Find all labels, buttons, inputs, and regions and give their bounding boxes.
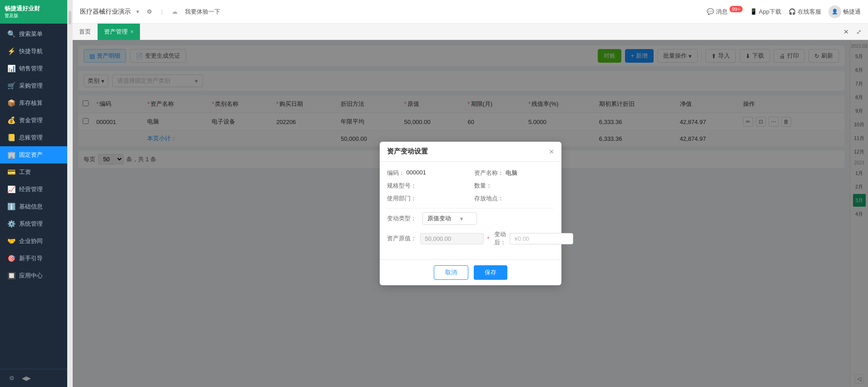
asset-name-label: 资产名称： bbox=[474, 169, 504, 177]
modal-divider bbox=[387, 208, 554, 208]
after-change-input[interactable] bbox=[510, 233, 573, 244]
sidebar-item-系统管理[interactable]: ⚙️系统管理 bbox=[0, 215, 67, 233]
location-label: 存放地点： bbox=[474, 194, 504, 203]
sidebar-icon: 🎯 bbox=[7, 254, 15, 263]
sidebar-icon: 💰 bbox=[7, 116, 15, 124]
sidebar-bottom: ⚙ ◀▶ bbox=[0, 369, 67, 387]
sidebar-item-应用中心[interactable]: 🔲应用中心 bbox=[0, 267, 67, 284]
sidebar-item-label: 经营管理 bbox=[19, 185, 43, 194]
logo: 畅捷通好业财 普及版 bbox=[0, 0, 67, 24]
sidebar-icon: 💳 bbox=[7, 168, 15, 176]
asset-value-row: 资产原值： * 变动后： bbox=[387, 230, 554, 247]
company-name: 医疗器械行业演示 bbox=[80, 8, 131, 16]
username: 畅捷通 bbox=[843, 8, 861, 16]
sidebar-item-label: 搜索菜单 bbox=[19, 30, 43, 38]
sidebar-item-label: 总账管理 bbox=[19, 134, 43, 142]
sidebar-item-基础信息[interactable]: ℹ️基础信息 bbox=[0, 198, 67, 215]
cancel-btn[interactable]: 取消 bbox=[434, 265, 468, 280]
service-icon: 🎧 bbox=[789, 8, 796, 15]
sidebar-icon: 📈 bbox=[7, 185, 15, 194]
sidebar-item-新手引导[interactable]: 🎯新手引导 bbox=[0, 250, 67, 267]
settings-gear-icon[interactable]: ⚙ bbox=[147, 8, 152, 15]
sidebar-icon: 📒 bbox=[7, 134, 15, 142]
app-download-label: App下载 bbox=[759, 8, 781, 16]
messages-label: 消息 bbox=[716, 8, 728, 16]
modal-code-field: 编码： 000001 bbox=[387, 169, 467, 177]
message-icon: 💬 bbox=[707, 8, 714, 15]
quantity-label: 数量： bbox=[474, 182, 492, 190]
user-menu[interactable]: 👤 畅捷通 bbox=[828, 5, 861, 18]
sidebar-item-label: 采购管理 bbox=[19, 82, 43, 90]
online-service-btn[interactable]: 🎧 在线客服 bbox=[789, 8, 821, 16]
edition-label: 普及版 bbox=[5, 13, 40, 19]
sidebar-item-资金管理[interactable]: 💰资金管理 bbox=[0, 112, 67, 129]
sidebar-item-总账管理[interactable]: 📒总账管理 bbox=[0, 129, 67, 146]
sidebar-item-label: 工资 bbox=[19, 168, 31, 176]
settings-icon[interactable]: ⚙ bbox=[7, 373, 16, 383]
sidebar-icon: ⚡ bbox=[7, 47, 15, 55]
tab-home[interactable]: 首页 bbox=[73, 24, 98, 40]
tabbar-right: ✕ ⤢ bbox=[841, 26, 868, 37]
sidebar-item-搜索菜单[interactable]: 🔍搜索菜单 bbox=[0, 25, 67, 43]
sidebar-icon: 📊 bbox=[7, 64, 15, 73]
sidebar-icon: 📦 bbox=[7, 99, 15, 107]
modal-quantity-field: 数量： bbox=[474, 182, 554, 190]
sidebar-item-快捷导航[interactable]: ⚡快捷导航 bbox=[0, 43, 67, 60]
change-type-select[interactable]: 原值变动 ▾ bbox=[422, 212, 477, 225]
sidebar-scrollbar bbox=[67, 0, 73, 387]
modal-overlay: 资产变动设置 × 编码： 000001 资产名称： 电脑 bbox=[73, 40, 868, 387]
main: 医疗器械行业演示 ▾ ⚙ | ☁ 我要体验一下 💬 消息 99+ 📱 App下载… bbox=[73, 0, 868, 387]
avatar: 👤 bbox=[828, 5, 841, 18]
company-dropdown-icon[interactable]: ▾ bbox=[136, 8, 139, 15]
sidebar: 畅捷通好业财 普及版 🔍搜索菜单⚡快捷导航📊销售管理🛒采购管理📦库存核算💰资金管… bbox=[0, 0, 67, 387]
change-type-row: 变动类型： 原值变动 ▾ bbox=[387, 212, 554, 225]
try-button[interactable]: 我要体验一下 bbox=[185, 8, 220, 16]
sidebar-item-label: 应用中心 bbox=[19, 272, 43, 280]
content: ▤ 资产明细 📄 变更生成凭证 对账 + 新增 批量操作 ▾ bbox=[73, 40, 868, 387]
sidebar-icon: 🏢 bbox=[7, 151, 15, 159]
cloud-icon: ☁ bbox=[172, 8, 178, 15]
modal-title: 资产变动设置 bbox=[387, 147, 428, 156]
collapse-icon[interactable]: ◀▶ bbox=[20, 373, 33, 383]
modal-body: 编码： 000001 资产名称： 电脑 规格型号： 数量： bbox=[380, 162, 561, 259]
dept-label: 使用部门： bbox=[387, 194, 417, 203]
scroll-thumb bbox=[69, 11, 71, 25]
modal-footer: 取消 保存 bbox=[380, 259, 561, 285]
sidebar-item-label: 销售管理 bbox=[19, 64, 43, 73]
sidebar-icon: ⚙️ bbox=[7, 220, 15, 228]
sidebar-item-采购管理[interactable]: 🛒采购管理 bbox=[0, 77, 67, 94]
save-btn[interactable]: 保存 bbox=[474, 265, 507, 280]
modal-dept-field: 使用部门： bbox=[387, 194, 467, 203]
sidebar-item-label: 资金管理 bbox=[19, 116, 43, 124]
tab-close-window-btn[interactable]: ✕ bbox=[841, 26, 852, 37]
messages-btn[interactable]: 💬 消息 99+ bbox=[707, 8, 743, 16]
sidebar-icon: ℹ️ bbox=[7, 203, 15, 211]
tab-fullscreen-btn[interactable]: ⤢ bbox=[853, 26, 864, 37]
modal-spec-field: 规格型号： bbox=[387, 182, 467, 190]
modal-close-btn[interactable]: × bbox=[549, 148, 554, 156]
after-change-label: 变动后： bbox=[494, 230, 506, 247]
sidebar-item-库存核算[interactable]: 📦库存核算 bbox=[0, 94, 67, 112]
tab-asset-management[interactable]: 资产管理 × bbox=[98, 24, 140, 40]
sidebar-item-企业协同[interactable]: 🤝企业协同 bbox=[0, 233, 67, 250]
sidebar-menu: 🔍搜索菜单⚡快捷导航📊销售管理🛒采购管理📦库存核算💰资金管理📒总账管理🏢固定资产… bbox=[0, 24, 67, 369]
sidebar-item-label: 系统管理 bbox=[19, 220, 43, 228]
sidebar-item-label: 快捷导航 bbox=[19, 47, 43, 55]
modal-location-field: 存放地点： bbox=[474, 194, 554, 203]
sidebar-item-label: 新手引导 bbox=[19, 254, 43, 263]
spec-label: 规格型号： bbox=[387, 182, 417, 190]
messages-badge: 99+ bbox=[729, 6, 743, 12]
tab-home-label: 首页 bbox=[79, 28, 91, 36]
asset-change-modal: 资产变动设置 × 编码： 000001 资产名称： 电脑 bbox=[380, 142, 561, 285]
sidebar-item-固定资产[interactable]: 🏢固定资产 bbox=[0, 146, 67, 164]
sidebar-item-经营管理[interactable]: 📈经营管理 bbox=[0, 181, 67, 198]
modal-name-field: 资产名称： 电脑 bbox=[474, 169, 554, 177]
modal-header: 资产变动设置 × bbox=[380, 142, 561, 162]
sidebar-item-工资[interactable]: 💳工资 bbox=[0, 164, 67, 181]
sidebar-icon: 🔍 bbox=[7, 30, 15, 38]
tab-close-icon[interactable]: × bbox=[130, 29, 134, 35]
sidebar-item-销售管理[interactable]: 📊销售管理 bbox=[0, 60, 67, 77]
change-type-label: 变动类型： bbox=[387, 214, 419, 223]
app-download-btn[interactable]: 📱 App下载 bbox=[750, 8, 781, 16]
required-star: * bbox=[487, 235, 490, 242]
